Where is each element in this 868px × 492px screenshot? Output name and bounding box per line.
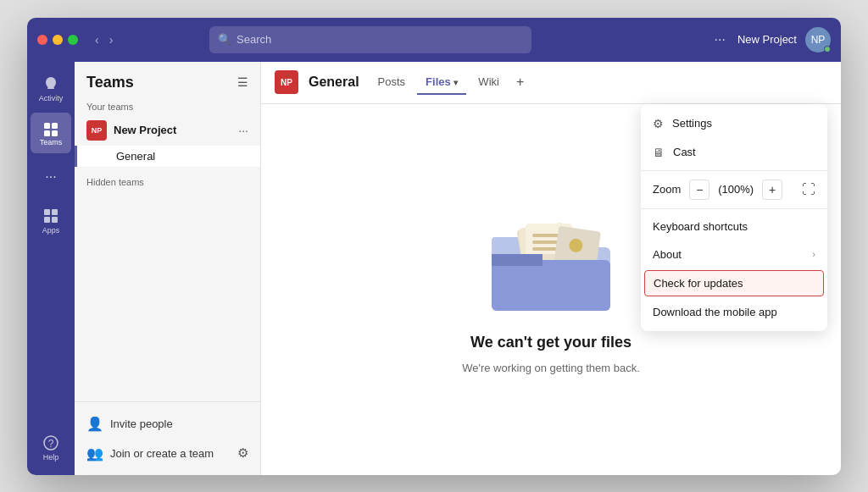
sidebar-item-more[interactable]: ··· bbox=[31, 157, 71, 197]
settings-label: Settings bbox=[672, 117, 712, 130]
svg-rect-4 bbox=[44, 209, 50, 215]
svg-text:?: ? bbox=[48, 438, 54, 450]
forward-button[interactable]: › bbox=[106, 31, 117, 48]
files-illustration bbox=[475, 205, 627, 323]
check-updates-label: Check for updates bbox=[654, 277, 743, 290]
svg-rect-1 bbox=[52, 123, 58, 129]
sidebar-item-apps[interactable]: Apps bbox=[31, 201, 71, 241]
join-icon: 👥 bbox=[86, 445, 103, 462]
back-button[interactable]: ‹ bbox=[92, 31, 103, 48]
search-input[interactable] bbox=[236, 33, 523, 46]
invite-label: Invite people bbox=[110, 417, 173, 430]
channel-tabs: Posts Files ▾ Wiki + bbox=[370, 70, 530, 94]
maximize-button[interactable] bbox=[68, 35, 78, 45]
zoom-label: Zoom bbox=[653, 183, 681, 196]
more-options-button[interactable]: ··· bbox=[711, 29, 729, 51]
sidebar-left: Activity Teams ··· bbox=[27, 62, 75, 475]
hidden-teams-label: Hidden teams bbox=[75, 167, 260, 191]
channel-name: General bbox=[309, 75, 359, 90]
titlebar: ‹ › 🔍 ··· New Project NP bbox=[27, 18, 841, 62]
zoom-minus-button[interactable]: − bbox=[689, 180, 709, 200]
sidebar-item-teams[interactable]: Teams bbox=[31, 113, 71, 153]
team-more-icon[interactable]: ··· bbox=[238, 124, 248, 137]
traffic-lights bbox=[37, 35, 78, 45]
nav-arrows: ‹ › bbox=[92, 31, 116, 48]
teams-panel-title: Teams bbox=[86, 74, 134, 91]
keyboard-shortcuts-label: Keyboard shortcuts bbox=[653, 220, 748, 233]
svg-rect-16 bbox=[532, 240, 558, 244]
content-title: We can't get your files bbox=[470, 334, 632, 351]
teams-header: Teams ☰ bbox=[75, 62, 260, 98]
teams-panel-bottom: 👤 Invite people 👥 Join or create a team … bbox=[75, 401, 260, 475]
team-item-new-project[interactable]: NP New Project ··· bbox=[75, 115, 260, 146]
tab-wiki[interactable]: Wiki bbox=[470, 70, 508, 95]
add-tab-button[interactable]: + bbox=[511, 75, 529, 90]
filter-icon[interactable]: ☰ bbox=[237, 75, 248, 89]
dropdown-menu: ⚙ Settings 🖥 Cast Zoom − (100%) + ⛶ K bbox=[641, 104, 827, 331]
search-icon: 🔍 bbox=[218, 33, 231, 46]
your-teams-label: Your teams bbox=[75, 98, 260, 115]
join-label: Join or create a team bbox=[110, 447, 214, 460]
search-bar[interactable]: 🔍 bbox=[209, 26, 531, 53]
tab-files[interactable]: Files ▾ bbox=[417, 70, 466, 95]
close-button[interactable] bbox=[37, 35, 47, 45]
dropdown-separator-1 bbox=[641, 170, 827, 171]
activity-label: Activity bbox=[39, 94, 64, 102]
main-content: Activity Teams ··· bbox=[27, 62, 841, 475]
channel-header: NP General Posts Files ▾ Wiki + bbox=[261, 62, 841, 104]
about-chevron-icon: › bbox=[812, 249, 815, 259]
check-updates-menu-item[interactable]: Check for updates bbox=[644, 270, 824, 296]
presence-dot bbox=[824, 46, 831, 53]
invite-icon: 👤 bbox=[86, 416, 103, 432]
files-dropdown-icon[interactable]: ▾ bbox=[453, 78, 458, 87]
zoom-value: (100%) bbox=[715, 183, 757, 196]
titlebar-right: ··· New Project NP bbox=[711, 27, 831, 53]
svg-rect-3 bbox=[52, 130, 58, 136]
cast-menu-item[interactable]: 🖥 Cast bbox=[641, 138, 827, 167]
more-dots: ··· bbox=[45, 169, 56, 185]
content-subtitle: We're working on getting them back. bbox=[462, 362, 640, 374]
invite-people-button[interactable]: 👤 Invite people bbox=[75, 409, 260, 439]
keyboard-shortcuts-menu-item[interactable]: Keyboard shortcuts bbox=[641, 213, 827, 240]
gear-icon[interactable]: ⚙ bbox=[237, 445, 248, 461]
minimize-button[interactable] bbox=[53, 35, 63, 45]
about-label: About bbox=[653, 248, 682, 261]
apps-label: Apps bbox=[42, 226, 60, 235]
teams-label: Teams bbox=[40, 138, 63, 146]
join-create-team-button[interactable]: 👥 Join or create a team ⚙ bbox=[75, 439, 260, 468]
zoom-row: Zoom − (100%) + ⛶ bbox=[641, 174, 827, 205]
avatar[interactable]: NP bbox=[805, 27, 831, 53]
svg-rect-26 bbox=[492, 254, 542, 266]
sidebar-item-help[interactable]: ? Help bbox=[31, 428, 71, 468]
zoom-expand-icon[interactable]: ⛶ bbox=[802, 182, 815, 197]
settings-icon: ⚙ bbox=[653, 117, 664, 130]
channel-team-avatar: NP bbox=[275, 70, 298, 94]
svg-rect-2 bbox=[44, 130, 50, 136]
cast-icon: 🖥 bbox=[653, 146, 665, 159]
sidebar-item-activity[interactable]: Activity bbox=[31, 69, 71, 109]
main-area: NP General Posts Files ▾ Wiki + bbox=[261, 62, 841, 475]
svg-rect-25 bbox=[492, 260, 610, 311]
svg-rect-0 bbox=[44, 123, 50, 129]
download-app-menu-item[interactable]: Download the mobile app bbox=[641, 298, 827, 326]
teams-panel: Teams ☰ Your teams NP New Project ··· Ge… bbox=[75, 62, 261, 475]
project-name-label: New Project bbox=[737, 33, 797, 46]
help-label: Help bbox=[43, 453, 59, 462]
about-menu-item[interactable]: About › bbox=[641, 240, 827, 268]
settings-menu-item[interactable]: ⚙ Settings bbox=[641, 109, 827, 138]
svg-rect-6 bbox=[44, 217, 50, 223]
team-avatar-new-project: NP bbox=[86, 120, 107, 141]
svg-rect-5 bbox=[52, 209, 58, 215]
tab-posts[interactable]: Posts bbox=[370, 70, 415, 95]
zoom-plus-button[interactable]: + bbox=[762, 180, 782, 200]
cast-label: Cast bbox=[673, 146, 696, 158]
dropdown-separator-2 bbox=[641, 208, 827, 209]
team-name-new-project: New Project bbox=[114, 124, 231, 136]
svg-rect-7 bbox=[52, 217, 58, 223]
channel-item-general[interactable]: General bbox=[75, 146, 260, 167]
download-app-label: Download the mobile app bbox=[653, 306, 777, 318]
